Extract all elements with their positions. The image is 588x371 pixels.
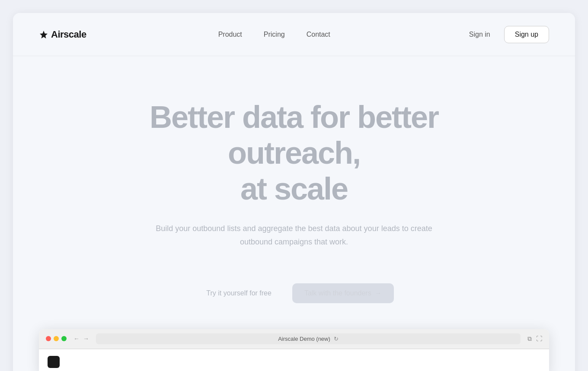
navbar: Airscale Product Pricing Contact Sign in… [13,13,575,56]
browser-chrome: ← → Airscale Demo (new) ↻ ⧉ ⛶ [39,329,549,349]
sign-in-button[interactable]: Sign in [462,27,497,42]
browser-back-button[interactable]: ← [74,335,80,342]
hero-subtitle: Build your outbound lists and aggregate … [156,222,432,248]
logo[interactable]: Airscale [39,29,86,40]
dot-yellow[interactable] [54,336,59,341]
logo-text: Airscale [51,29,86,40]
url-bar-text: Airscale Demo (new) [278,336,330,342]
nav-actions: Sign in Sign up [462,26,549,43]
browser-forward-button[interactable]: → [83,335,89,342]
arrow-icon: → [375,289,382,297]
fullscreen-icon[interactable]: ⛶ [536,335,542,342]
hero-title: Better data for better outreach, at scal… [99,99,489,206]
browser-dots [46,336,67,341]
sign-up-button[interactable]: Sign up [504,26,549,43]
nav-pricing[interactable]: Pricing [264,31,285,38]
talk-founders-button[interactable]: Talk with the founders → [292,283,394,303]
cta-row: Try it yourself for free Talk with the f… [194,283,393,303]
browser-actions: ⧉ ⛶ [527,335,542,342]
browser-content-logo [48,356,60,368]
refresh-icon[interactable]: ↻ [334,336,339,342]
nav-product[interactable]: Product [218,31,242,38]
browser-nav-buttons: ← → [74,335,89,342]
hero-section: Better data for better outreach, at scal… [13,56,575,371]
logo-icon [39,30,48,39]
dot-green[interactable] [61,336,67,341]
nav-contact[interactable]: Contact [307,31,330,38]
browser-mockup: ← → Airscale Demo (new) ↻ ⧉ ⛶ [39,329,549,371]
browser-content [39,349,549,371]
browser-url-bar[interactable]: Airscale Demo (new) ↻ [96,333,521,344]
nav-links: Product Pricing Contact [218,31,330,38]
dot-red[interactable] [46,336,51,341]
new-tab-icon[interactable]: ⧉ [527,335,532,342]
try-free-button[interactable]: Try it yourself for free [194,283,284,303]
